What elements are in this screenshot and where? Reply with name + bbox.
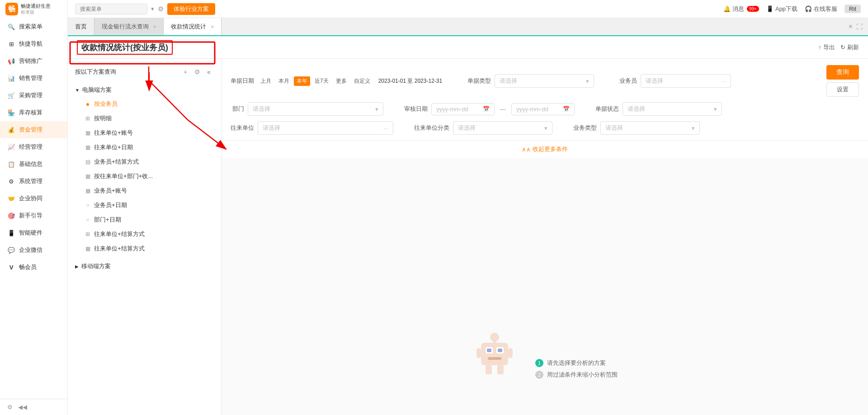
filter-auditdate-group: 审核日期 yyyy-mm-dd 📅 — yyyy-mm-dd 📅 xyxy=(404,103,575,115)
sidebar-item-guide[interactable]: 🎯 新手引导 xyxy=(0,207,67,224)
tab-expand-icon[interactable]: ⛶ xyxy=(856,23,863,30)
tree-item-unit-date-label: 往来单位+日期 xyxy=(94,143,133,151)
sidebar-item-warehouse[interactable]: 🏪 库存核算 xyxy=(0,104,67,121)
date-tab-last-month[interactable]: 上月 xyxy=(258,76,274,86)
export-button[interactable]: ↑ 导出 xyxy=(819,43,835,52)
left-panel: 按以下方案查询 + ⚙ « ▼ 电脑端方案 ● 按业务员 ⊞ xyxy=(68,59,222,415)
sidebar-item-marketing[interactable]: 📢 营销推广 xyxy=(0,52,67,70)
user-avatar[interactable]: Rit xyxy=(844,5,861,13)
settings-bottom-icon[interactable]: ⚙ xyxy=(7,404,13,410)
salesman-settle-icon: ▤ xyxy=(84,158,91,165)
setting-button[interactable]: 设置 xyxy=(826,82,859,97)
docstatus-select[interactable]: 请选择 ▾ xyxy=(623,102,722,116)
sidebar-item-sales[interactable]: 📊 销售管理 xyxy=(0,70,67,87)
sidebar-item-finance[interactable]: 💰 资金管理 xyxy=(0,121,67,138)
tree-item-by-detail[interactable]: ⊞ 按明细 xyxy=(68,111,221,126)
online-service-btn[interactable]: 🎧 在线客服 xyxy=(805,5,837,13)
sidebar-item-hardware[interactable]: 📱 智能硬件 xyxy=(0,224,67,241)
dept-select[interactable]: 请选择 ▾ xyxy=(248,102,383,116)
tree-item-unit-settle2[interactable]: ▦ 往来单位+结算方式 xyxy=(68,241,221,256)
tab-home[interactable]: 首页 xyxy=(68,18,94,35)
tree-item-unit-date[interactable]: ▦ 往来单位+日期 xyxy=(68,140,221,155)
tree-mobile-header[interactable]: ▶ 移动端方案 xyxy=(68,259,221,273)
sidebar: 🔍 搜索菜单 ⊞ 快捷导航 📢 营销推广 📊 销售管理 🛒 采购管理 🏪 库存核… xyxy=(0,18,68,415)
tree-item-salesman-date[interactable]: ○ 业务员+日期 xyxy=(68,198,221,212)
tree-desktop-header[interactable]: ▼ 电脑端方案 xyxy=(68,83,221,97)
sidebar-item-purchase[interactable]: 🛒 采购管理 xyxy=(0,87,67,104)
refresh-button[interactable]: ↻ 刷新 xyxy=(840,43,859,52)
tab-collection[interactable]: 收款情况统计 × xyxy=(164,18,221,35)
app-download-btn[interactable]: 📱 App下载 xyxy=(766,5,797,13)
tab-actions: × ⛶ xyxy=(843,18,868,35)
tree-item-unit-account[interactable]: ▦ 往来单位+账号 xyxy=(68,126,221,140)
date-tab-custom[interactable]: 自定义 xyxy=(351,76,373,86)
sidebar-item-operation[interactable]: 📈 经营管理 xyxy=(0,138,67,156)
tree-mobile-arrow: ▶ xyxy=(75,264,79,269)
date-tab-this-year[interactable]: 本年 xyxy=(294,76,310,86)
guide-icon: 🎯 xyxy=(7,212,15,220)
collapse-bar[interactable]: ∧∧ 收起更多条件 xyxy=(222,140,868,158)
sidebar-item-enterprise[interactable]: 🤝 企业协同 xyxy=(0,190,67,207)
tree-item-by-salesman[interactable]: ● 按业务员 xyxy=(68,97,221,111)
tree-item-unit-dept-coll-label: 按往来单位+部门+收... xyxy=(94,172,153,180)
salesman-placeholder: 请选择 xyxy=(646,77,663,85)
counterpart-cat-select[interactable]: 请选择 ▾ xyxy=(453,121,552,135)
sidebar-item-search[interactable]: 🔍 搜索菜单 xyxy=(0,18,67,35)
filter-row-3: 往来单位 请选择 ··· 往来单位分类 请选择 ▾ xyxy=(231,121,859,135)
empty-tip-1: 1 请先选择要分析的方案 xyxy=(535,359,618,367)
biztype-label: 业务类型 xyxy=(573,124,597,132)
tree-item-unit-settle1[interactable]: ⊞ 往来单位+结算方式 xyxy=(68,227,221,241)
main-area: 首页 现金银行流水查询 × 收款情况统计 × × ⛶ 收款情况统计(按业务员) … xyxy=(68,18,868,415)
salesman-select[interactable]: 请选择 ··· xyxy=(641,74,731,88)
add-scheme-btn[interactable]: + xyxy=(180,67,190,77)
tree-item-dept-date[interactable]: ○ 部门+日期 xyxy=(68,212,221,227)
message-btn[interactable]: 🔔 消息 99+ xyxy=(723,5,759,13)
online-service-label: 在线客服 xyxy=(814,5,837,13)
tree-item-unit-settle2-label: 往来单位+结算方式 xyxy=(94,245,145,253)
date-tab-more[interactable]: 更多 xyxy=(333,76,349,86)
sidebar-item-basic[interactable]: 📋 基础信息 xyxy=(0,156,67,173)
sidebar-label-operation: 经营管理 xyxy=(19,143,42,151)
date-label: 单据日期 xyxy=(231,77,254,85)
tab-close-all-icon[interactable]: × xyxy=(849,23,853,31)
settings-icon[interactable]: ⚙ xyxy=(158,5,164,13)
trial-button[interactable]: 体验行业方案 xyxy=(167,3,215,15)
date-tab-7days[interactable]: 近7天 xyxy=(312,76,331,86)
date-dash: — xyxy=(500,106,506,113)
collapse-panel-btn[interactable]: « xyxy=(204,67,214,77)
sidebar-label-search: 搜索菜单 xyxy=(19,23,42,31)
tree-item-salesman-account[interactable]: ▦ 业务员+账号 xyxy=(68,184,221,198)
biztype-select[interactable]: 请选择 ▾ xyxy=(600,121,700,135)
breadcrumb-input[interactable] xyxy=(75,4,147,14)
date-tab-this-month[interactable]: 本月 xyxy=(276,76,292,86)
counterpart-select[interactable]: 请选择 ··· xyxy=(258,121,393,135)
dropdown-icon[interactable]: ▾ xyxy=(151,5,154,12)
doctype-placeholder: 请选择 xyxy=(500,77,517,85)
sidebar-item-system[interactable]: ⚙ 系统管理 xyxy=(0,173,67,190)
tab-collection-close[interactable]: × xyxy=(211,24,213,29)
sidebar-label-wechat: 企业微信 xyxy=(19,246,42,254)
counterpart-label: 往来单位 xyxy=(231,124,254,132)
doctype-select[interactable]: 请选择 ▾ xyxy=(495,74,594,88)
sidebar-item-member[interactable]: V 畅会员 xyxy=(0,259,67,276)
audit-date-to[interactable]: yyyy-mm-dd 📅 xyxy=(511,103,575,115)
collapse-sidebar-icon[interactable]: ◀◀ xyxy=(18,404,27,410)
sidebar-label-sales: 销售管理 xyxy=(19,74,42,82)
tab-bank[interactable]: 现金银行流水查询 × xyxy=(94,18,164,35)
empty-area: 1 请先选择要分析的方案 2 用过滤条件来缩小分析范围 xyxy=(222,158,868,415)
search-icon: 🔍 xyxy=(7,23,15,31)
query-button[interactable]: 查询 xyxy=(826,65,859,80)
sidebar-item-wechat[interactable]: 💬 企业微信 xyxy=(0,241,67,259)
tree-item-salesman-settle[interactable]: ▤ 业务员+结算方式 xyxy=(68,155,221,169)
basic-icon: 📋 xyxy=(7,160,15,168)
tree-mobile-section: ▶ 移动端方案 xyxy=(68,258,221,275)
audit-date-from[interactable]: yyyy-mm-dd 📅 xyxy=(431,103,495,115)
tree-item-unit-settle1-label: 往来单位+结算方式 xyxy=(94,230,145,238)
tab-bank-close[interactable]: × xyxy=(153,24,156,29)
tree-item-unit-dept-coll[interactable]: ▦ 按往来单位+部门+收... xyxy=(68,169,221,184)
dept-placeholder: 请选择 xyxy=(253,105,270,113)
scheme-settings-btn[interactable]: ⚙ xyxy=(192,67,202,77)
top-nav: ▾ ⚙ 体验行业方案 🔔 消息 99+ 📱 App下载 🎧 在线客服 Rit xyxy=(68,0,868,18)
page-title: 收款情况统计(按业务员) xyxy=(77,40,173,55)
sidebar-item-quicknav[interactable]: ⊞ 快捷导航 xyxy=(0,35,67,52)
